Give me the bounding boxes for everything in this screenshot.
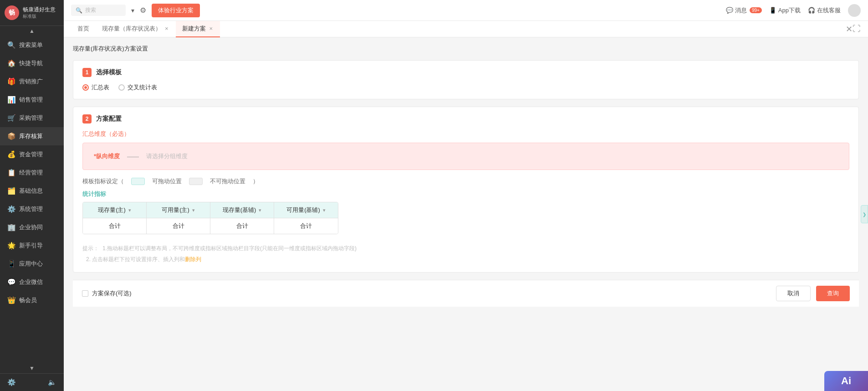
- sidebar-item-inventory[interactable]: 📦 库存核算: [0, 127, 64, 145]
- section1-num: 1: [82, 68, 92, 77]
- stats-col-4[interactable]: 可用量(基辅) ▾: [274, 202, 338, 218]
- finance-icon: 💰: [7, 150, 15, 159]
- sidebar-item-label: 库存核算: [19, 132, 43, 140]
- topbar-search-area: 🔍 搜索: [71, 5, 126, 16]
- settings-icon[interactable]: ⚙️: [7, 378, 16, 386]
- sidebar-logo: 畅 畅康通好生意 标准版: [0, 0, 64, 26]
- customer-service-action[interactable]: 🎧 在线客服: [808, 6, 841, 15]
- main-area: 🔍 搜索 ▾ ⚙ 体验行业方案 💬 消息 99+ 📱 App下载 🎧 在线客服: [64, 0, 868, 391]
- sidebar-footer: ⚙️ 🔈: [0, 373, 64, 391]
- chevron-down-icon-1: ▾: [128, 207, 131, 213]
- dimension-separator: ——: [127, 153, 139, 160]
- message-action[interactable]: 💬 消息 99+: [726, 6, 762, 15]
- sidebar-scroll-down[interactable]: ▼: [0, 363, 64, 373]
- stats-table-body: 合计 合计 合计 合计: [83, 218, 338, 234]
- sidebar-item-enterprise[interactable]: 🏢 企业协同: [0, 218, 64, 237]
- tab-new-scheme-close[interactable]: ×: [209, 25, 214, 32]
- sidebar-item-label: 企业协同: [19, 223, 43, 232]
- chevron-down-icon-4: ▾: [323, 207, 326, 213]
- topbar-dropdown-btn[interactable]: ▾: [131, 7, 134, 14]
- sidebar-item-sales[interactable]: 📊 销售管理: [0, 91, 64, 109]
- sidebar-item-label: 应用中心: [19, 260, 43, 268]
- radio-cross[interactable]: 交叉统计表: [118, 83, 157, 92]
- tips-title: 提示：: [82, 243, 99, 254]
- stats-col-2[interactable]: 可用量(主) ▾: [147, 202, 210, 218]
- sidebar-item-wechat[interactable]: 💬 企业微信: [0, 273, 64, 291]
- query-button[interactable]: 查询: [816, 286, 850, 301]
- radio-summary[interactable]: 汇总表: [82, 83, 109, 92]
- user-avatar[interactable]: [848, 4, 861, 17]
- required-label: 汇总维度（必选）: [82, 130, 849, 138]
- sales-icon: 📊: [7, 96, 15, 104]
- draggable-legend-label: 可拖动位置: [152, 177, 182, 185]
- sidebar-item-label: 新手引导: [19, 242, 43, 250]
- sidebar-item-search-menu[interactable]: 🔍 搜索菜单: [0, 36, 64, 54]
- sound-icon[interactable]: 🔈: [48, 378, 56, 386]
- wechat-icon: 💬: [7, 278, 15, 286]
- sidebar-scroll-up[interactable]: ▲: [0, 26, 64, 36]
- sidebar-item-marketing[interactable]: 🎁 营销推广: [0, 72, 64, 91]
- sidebar-item-purchase[interactable]: 🛒 采购管理: [0, 109, 64, 127]
- app-logo-icon: 畅: [5, 5, 19, 20]
- sidebar-item-label: 搜索菜单: [19, 41, 43, 49]
- page-content: 现存量(库存状况表)方案设置 1 选择模板 汇总表 交叉统计表 2: [64, 37, 868, 391]
- sidebar-nav: 🔍 搜索菜单 🏠 快捷导航 🎁 营销推广 📊 销售管理 🛒 采购管理 📦 库存核…: [0, 36, 64, 363]
- non-draggable-legend-label: 不可拖动位置: [210, 177, 245, 185]
- sidebar-item-label: 快捷导航: [19, 59, 43, 67]
- window-close-btn[interactable]: ✕: [846, 24, 853, 34]
- sidebar-item-operation[interactable]: 📋 经营管理: [0, 164, 64, 182]
- section2-header: 2 方案配置: [82, 114, 849, 123]
- operation-icon: 📋: [7, 169, 15, 177]
- topbar: 🔍 搜索 ▾ ⚙ 体验行业方案 💬 消息 99+ 📱 App下载 🎧 在线客服: [64, 0, 868, 21]
- topbar-gear-btn[interactable]: ⚙: [140, 6, 146, 15]
- sidebar-item-system[interactable]: ⚙️ 系统管理: [0, 200, 64, 218]
- tab-new-scheme-label: 新建方案: [182, 25, 206, 33]
- section-config: 2 方案配置 汇总维度（必选） *纵向维度 —— 请选择分组维度 模板指标设定（…: [73, 107, 859, 273]
- sidebar-item-app-center[interactable]: 📱 应用中心: [0, 255, 64, 273]
- sidebar-item-label: 企业微信: [19, 278, 43, 286]
- tab-new-scheme[interactable]: 新建方案 ×: [176, 21, 220, 37]
- dimension-placeholder: 请选择分组维度: [146, 152, 188, 160]
- cancel-button[interactable]: 取消: [776, 286, 811, 301]
- sidebar-item-quick-nav[interactable]: 🏠 快捷导航: [0, 54, 64, 72]
- chevron-down-icon-3: ▾: [259, 207, 261, 213]
- ai-badge[interactable]: Ai: [824, 371, 868, 391]
- marketing-icon: 🎁: [7, 77, 15, 86]
- save-option-label: 方案保存(可选): [92, 289, 132, 298]
- save-checkbox[interactable]: [82, 290, 88, 297]
- right-panel-toggle[interactable]: ❯: [861, 205, 868, 223]
- app-download-action[interactable]: 📱 App下载: [769, 6, 801, 15]
- stats-col-3-label: 现存量(基辅): [223, 206, 256, 214]
- app-center-icon: 📱: [7, 260, 15, 268]
- tab-inventory-close[interactable]: ×: [164, 25, 169, 32]
- download-icon: 📱: [769, 7, 776, 14]
- delete-col-link[interactable]: 删除列: [185, 256, 201, 262]
- indicator-legend-suffix: ）: [253, 177, 259, 185]
- sidebar-item-label: 资金管理: [19, 150, 43, 159]
- sidebar-item-newbie[interactable]: 🌟 新手引导: [0, 237, 64, 255]
- inventory-icon: 📦: [7, 132, 15, 140]
- window-expand-btn[interactable]: ⛶: [853, 24, 861, 34]
- purchase-icon: 🛒: [7, 114, 15, 122]
- sidebar-item-basic-info[interactable]: 🗂️ 基础信息: [0, 182, 64, 200]
- section-template: 1 选择模板 汇总表 交叉统计表: [73, 60, 859, 99]
- app-name: 畅康通好生意: [23, 6, 56, 14]
- message-badge: 99+: [750, 7, 762, 13]
- stats-col-3[interactable]: 现存量(基辅) ▾: [210, 202, 274, 218]
- dimension-box[interactable]: *纵向维度 —— 请选择分组维度: [82, 143, 849, 170]
- tab-home[interactable]: 首页: [71, 21, 96, 37]
- sidebar-item-finance[interactable]: 💰 资金管理: [0, 145, 64, 164]
- tab-inventory-label: 现存量（库存状况表）: [102, 25, 161, 33]
- search-icon: 🔍: [76, 7, 82, 14]
- sidebar-item-member[interactable]: 👑 畅会员: [0, 291, 64, 309]
- app-badge: 标准版: [23, 13, 56, 20]
- trial-btn[interactable]: 体验行业方案: [152, 4, 200, 17]
- page-title: 现存量(库存状况表)方案设置: [73, 45, 859, 53]
- app-name-block: 畅康通好生意 标准版: [23, 6, 56, 20]
- stats-col-1[interactable]: 现存量(主) ▾: [83, 202, 147, 218]
- non-draggable-legend-box: [189, 178, 203, 185]
- customer-service-label: 在线客服: [817, 6, 841, 15]
- tips-section: 提示： 1.拖动标题栏可以调整布局，不可跨维度或指标区域拖动栏目字段(只能在同一…: [82, 243, 849, 265]
- search-menu-icon: 🔍: [7, 41, 15, 49]
- tab-inventory-status[interactable]: 现存量（库存状况表） ×: [96, 21, 176, 37]
